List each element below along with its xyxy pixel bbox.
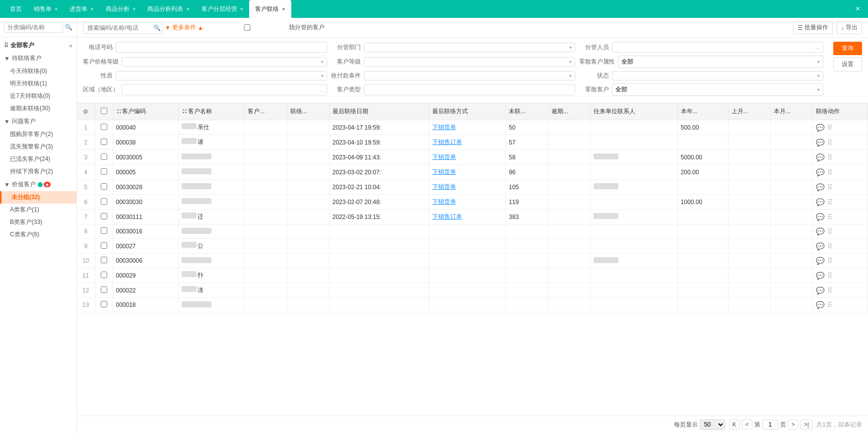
close-icon[interactable]: × [55, 6, 58, 12]
filter-button[interactable]: ▼ 更多条件 ▲ [165, 23, 203, 32]
cell-check[interactable] [95, 135, 113, 150]
sidebar-item-ungroup[interactable]: 未分组(32) [0, 191, 76, 204]
filter-cust-type-input[interactable] [364, 84, 575, 95]
sidebar-group-value[interactable]: ▼ 价值客户 ● [0, 178, 76, 191]
my-customer-checkbox[interactable]: 我分管的客户 [207, 23, 325, 32]
cell-check[interactable] [95, 195, 113, 210]
filter-status-select[interactable]: ▾ [612, 71, 823, 80]
last-page-button[interactable]: >| [801, 420, 812, 430]
filter-retail-attr-select[interactable]: 全部 ▾ [618, 56, 823, 68]
page-size-select[interactable]: 50 100 200 [700, 419, 725, 430]
chat-icon[interactable]: 💬 [816, 242, 824, 250]
row-checkbox[interactable] [101, 124, 107, 130]
filter-retail-select[interactable]: 全部 ▾ [612, 83, 823, 96]
all-customers-header[interactable]: ⠿ 全部客户 « [0, 37, 76, 52]
contact-type-link[interactable]: 下销售订单 [432, 213, 462, 220]
cell-check[interactable] [95, 224, 113, 239]
grid-action-icon[interactable]: ⠿ [827, 213, 832, 221]
export-button[interactable]: ↓ 导出 [837, 21, 862, 34]
cell-check[interactable] [95, 120, 113, 135]
search-input[interactable] [83, 22, 162, 34]
chat-icon[interactable]: 💬 [816, 198, 824, 206]
sidebar-item-class-c[interactable]: C类客户(6) [0, 228, 76, 241]
next-page-button[interactable]: > [788, 420, 799, 430]
nav-purchase[interactable]: 进货单 × [64, 0, 99, 18]
select-all-checkbox[interactable] [101, 108, 107, 114]
chat-icon[interactable]: 💬 [816, 272, 824, 280]
row-checkbox[interactable] [101, 227, 107, 234]
grid-action-icon[interactable]: ⠿ [827, 183, 832, 191]
sidebar-item-overdue[interactable]: 逾期未联络(30) [0, 102, 76, 115]
nav-product-analysis-list[interactable]: 商品分析列表 × [141, 0, 195, 18]
sidebar-group-problem[interactable]: ▼ 问题客户 [0, 115, 76, 128]
chat-icon[interactable]: 💬 [816, 301, 824, 309]
grid-action-icon[interactable]: ⠿ [827, 242, 832, 250]
grid-action-icon[interactable]: ⠿ [827, 139, 832, 146]
sidebar-item-churned[interactable]: 已流失客户(24) [0, 153, 76, 165]
app-close-icon[interactable]: × [852, 2, 864, 15]
cell-check[interactable] [95, 165, 113, 180]
row-checkbox[interactable] [101, 257, 107, 263]
chat-icon[interactable]: 💬 [816, 227, 824, 235]
sidebar-item-tomorrow-pending[interactable]: 明天待联络(1) [0, 77, 76, 90]
nav-sales[interactable]: 销售单 × [28, 0, 64, 18]
cell-check[interactable] [95, 180, 113, 195]
chat-icon[interactable]: 💬 [816, 139, 824, 146]
close-icon[interactable]: × [282, 6, 285, 12]
col-check[interactable] [95, 103, 113, 120]
row-checkbox[interactable] [101, 183, 107, 190]
close-icon[interactable]: × [240, 6, 243, 12]
grid-action-icon[interactable]: ⠿ [827, 168, 832, 176]
filter-price-level-select[interactable]: ▾ [122, 57, 327, 67]
row-checkbox[interactable] [101, 153, 107, 160]
cell-check[interactable] [95, 298, 113, 312]
cell-check[interactable] [95, 254, 113, 268]
reset-button[interactable]: 设置 [833, 57, 862, 72]
contact-type-link[interactable]: 下销货单 [432, 183, 456, 190]
sidebar-item-week-pending[interactable]: 近7天待联络(0) [0, 90, 76, 102]
filter-region-input[interactable] [122, 85, 317, 95]
cell-check[interactable] [95, 239, 113, 254]
row-checkbox[interactable] [101, 198, 107, 205]
grid-action-icon[interactable]: ⠿ [827, 272, 832, 280]
sidebar-item-hoard-abnormal[interactable]: 囤购异常客户(2) [0, 128, 76, 141]
contact-type-link[interactable]: 下销货单 [432, 153, 456, 160]
filter-nature-select[interactable]: ▾ [116, 71, 327, 80]
row-checkbox[interactable] [101, 213, 107, 219]
page-number-input[interactable] [762, 420, 778, 430]
nav-product-analysis[interactable]: 商品分析 × [100, 0, 141, 18]
nav-customer-contact[interactable]: 客户联络 × [249, 0, 291, 18]
grid-action-icon[interactable]: ⠿ [827, 301, 832, 309]
grid-action-icon[interactable]: ⠿ [827, 153, 832, 161]
grid-action-icon[interactable]: ⠿ [827, 257, 832, 265]
batch-ops-button[interactable]: ☰ 批量操作 [793, 21, 833, 34]
row-checkbox[interactable] [101, 242, 107, 249]
chat-icon[interactable]: 💬 [816, 287, 824, 294]
prev-page-button[interactable]: < [742, 420, 752, 430]
filter-phone-input[interactable] [116, 42, 327, 53]
cell-check[interactable] [95, 210, 113, 224]
more-icon[interactable]: … [813, 44, 823, 51]
sidebar-item-class-a[interactable]: A类客户(1) [0, 204, 76, 216]
more-icon[interactable]: … [317, 86, 327, 93]
sidebar-item-today-pending[interactable]: 今天待联络(0) [0, 65, 76, 77]
row-checkbox[interactable] [101, 168, 107, 175]
col-settings[interactable]: ⚙ [77, 103, 95, 120]
row-checkbox[interactable] [101, 139, 107, 145]
grid-action-icon[interactable]: ⠿ [827, 287, 832, 294]
close-icon[interactable]: × [90, 6, 93, 12]
row-checkbox[interactable] [101, 301, 107, 307]
chat-icon[interactable]: 💬 [816, 168, 824, 176]
row-checkbox[interactable] [101, 272, 107, 278]
cell-check[interactable] [95, 150, 113, 165]
sidebar-group-pending[interactable]: ▼ 待联络客户 [0, 52, 76, 65]
cell-check[interactable] [95, 283, 113, 298]
contact-type-link[interactable]: 下销货单 [432, 168, 456, 175]
close-icon[interactable]: × [133, 6, 135, 12]
chat-icon[interactable]: 💬 [816, 183, 824, 191]
chat-icon[interactable]: 💬 [816, 124, 824, 132]
filter-dept-select[interactable]: ▾ [364, 43, 575, 52]
grid-action-icon[interactable]: ⠿ [827, 198, 832, 206]
grid-action-icon[interactable]: ⠿ [827, 227, 832, 235]
filter-level-select[interactable]: ▾ [364, 57, 575, 67]
